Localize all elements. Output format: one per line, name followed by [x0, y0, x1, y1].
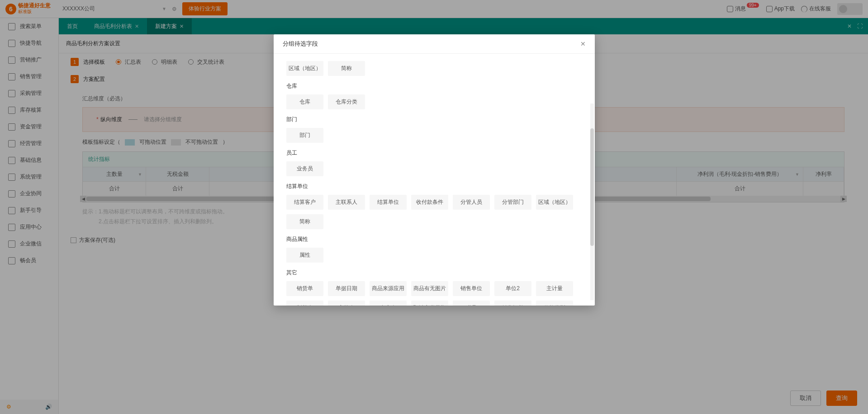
field-group-title: 仓库 — [286, 82, 592, 90]
field-chip[interactable]: 仓库 — [286, 94, 323, 109]
field-chip[interactable]: 赠品 — [453, 301, 490, 306]
chip-row: 销货单单据日期商品来源应用商品有无图片销售单位单位2主计量制单人审核人出库人预计… — [286, 281, 592, 306]
chip-row: 属性 — [286, 248, 592, 263]
field-chip[interactable]: 简称 — [286, 214, 323, 229]
field-chip[interactable]: 商品来源应用 — [370, 281, 407, 296]
field-chip[interactable]: 部门 — [286, 128, 323, 143]
field-group-title: 结算单位 — [286, 183, 592, 190]
field-chip[interactable]: 销售单位 — [453, 281, 490, 296]
field-group: 商品属性属性 — [286, 235, 592, 263]
field-group-title: 其它 — [286, 269, 592, 277]
field-chip[interactable]: 审核人 — [328, 301, 365, 306]
chip-row: 结算客户主联系人结算单位收付款条件分管人员分管部门区域（地区）简称 — [286, 195, 592, 229]
field-group: 员工业务员 — [286, 149, 592, 176]
chip-row: 业务员 — [286, 161, 592, 176]
scroll-thumb[interactable] — [590, 128, 594, 246]
field-chip[interactable]: 预计交货日期 — [411, 301, 448, 306]
modal-title: 分组待选字段 — [283, 40, 318, 48]
field-chip[interactable]: 主计量 — [536, 281, 573, 296]
chip-row: 仓库仓库分类 — [286, 94, 592, 109]
field-chip[interactable]: 区域（地区） — [536, 195, 573, 210]
field-chip[interactable]: 简称 — [328, 61, 365, 76]
field-chip[interactable]: 区域（地区） — [286, 61, 323, 76]
chip-row-top: 区域（地区）简称 — [286, 61, 592, 76]
field-chip[interactable]: 结算客户 — [286, 195, 323, 210]
modal-vscrollbar[interactable] — [590, 104, 594, 300]
field-group: 部门部门 — [286, 116, 592, 143]
field-group-title: 商品属性 — [286, 235, 592, 243]
field-chip[interactable]: 属性 — [286, 248, 323, 263]
modal-header: 分组待选字段 ✕ — [274, 34, 595, 54]
field-chip[interactable]: 制单人 — [286, 301, 323, 306]
field-chip[interactable]: 分管部门 — [494, 195, 531, 210]
field-chip[interactable]: 出库人 — [370, 301, 407, 306]
field-chip[interactable]: 单位2 — [494, 281, 531, 296]
field-chip[interactable]: 分管人员 — [453, 195, 490, 210]
modal-close-icon[interactable]: ✕ — [580, 40, 586, 47]
field-chip[interactable]: 价格类型 — [536, 301, 573, 306]
field-chip[interactable]: 收付款条件 — [411, 195, 448, 210]
chip-row: 部门 — [286, 128, 592, 143]
field-chip[interactable]: 销货单 — [286, 281, 323, 296]
field-chip[interactable]: 商品有无图片 — [411, 281, 448, 296]
field-group: 其它销货单单据日期商品来源应用商品有无图片销售单位单位2主计量制单人审核人出库人… — [286, 269, 592, 306]
field-group: 结算单位结算客户主联系人结算单位收付款条件分管人员分管部门区域（地区）简称 — [286, 183, 592, 229]
field-chip[interactable]: 仓库分类 — [328, 94, 365, 109]
field-group-title: 部门 — [286, 116, 592, 123]
field-chip[interactable]: 单据日期 — [328, 281, 365, 296]
field-group-title: 员工 — [286, 149, 592, 157]
field-chip[interactable]: 结算单位 — [370, 195, 407, 210]
group-field-modal: 分组待选字段 ✕ 客户客户分类分管部门分管人员主联系人主联系人销售单位 区域（地… — [274, 34, 595, 306]
field-chip[interactable]: 主联系人 — [328, 195, 365, 210]
field-chip[interactable]: 业务员 — [286, 161, 323, 176]
field-chip[interactable]: 销售订单 — [494, 301, 531, 306]
modal-body: 客户客户分类分管部门分管人员主联系人主联系人销售单位 区域（地区）简称 仓库仓库… — [274, 54, 595, 306]
field-group: 仓库仓库仓库分类 — [286, 82, 592, 109]
